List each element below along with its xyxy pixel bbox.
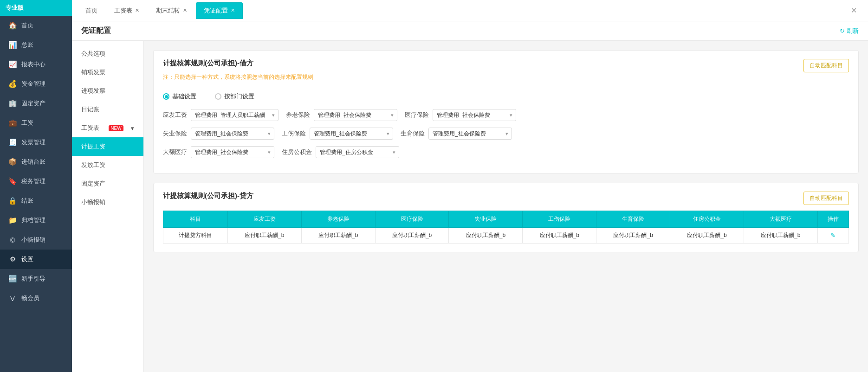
edit-icon[interactable]: ✎	[830, 232, 836, 239]
th-住房公积金: 住房公积金	[670, 211, 744, 228]
tab-voucher-config[interactable]: 凭证配置✕	[196, 2, 243, 19]
select-medical[interactable]: 管理费用_社会保险费	[433, 109, 516, 121]
tab-payroll[interactable]: 工资表✕	[106, 2, 147, 19]
new-badge: NEW	[109, 125, 123, 131]
sidebar-label-ledger: 总账	[21, 41, 33, 49]
th-生育保险: 生育保险	[596, 211, 670, 228]
section-debit: 计提核算规则(公司承担)-借方 注：只能选择一种方式，系统将按照您当前的选择来配…	[153, 50, 859, 173]
sidebar-item-invoice[interactable]: 🧾发票管理	[0, 133, 72, 152]
left-nav-item-xiaochang[interactable]: 小畅报销	[72, 193, 143, 212]
tab-home[interactable]: 首页	[78, 2, 105, 19]
sidebar-item-tax[interactable]: 🔖税务管理	[0, 172, 72, 191]
select-housing[interactable]: 管理费用_住房公积金	[316, 146, 399, 158]
radio-basic-label: 基础设置	[172, 92, 196, 101]
sidebar-item-salary[interactable]: 💼工资	[0, 113, 72, 133]
sidebar-item-vip[interactable]: V畅会员	[0, 289, 72, 308]
sidebar-item-home[interactable]: 🏠首页	[0, 16, 72, 35]
sidebar-item-xiao-report[interactable]: ©小畅报销	[0, 230, 72, 250]
cell-value-3: 应付职工薪酬_b	[449, 228, 523, 244]
select-injury[interactable]: 管理费用_社会保险费	[310, 128, 393, 140]
sidebar-item-inventory[interactable]: 📦进销台账	[0, 152, 72, 172]
sidebar-item-funds[interactable]: 💰资金管理	[0, 74, 72, 94]
section-credit-header: 计提核算规则(公司承担)-贷方 自动匹配科目	[163, 192, 849, 206]
section-debit-title: 计提核算规则(公司承担)-借方	[163, 59, 803, 68]
sidebar-icon-tax: 🔖	[8, 177, 17, 186]
tab-close-payroll[interactable]: ✕	[135, 7, 139, 13]
left-nav-label-journal: 日记账	[81, 105, 99, 114]
select-wrapper-medical: 管理费用_社会保险费	[433, 109, 516, 121]
cell-value-7: 应付职工薪酬_b	[744, 228, 817, 244]
form-row-2: 失业保险 管理费用_社会保险费 工伤保险 管理费用_社会保险费	[163, 128, 849, 140]
left-nav-item-payroll-table[interactable]: 工资表NEW▾	[72, 119, 143, 137]
left-nav-item-sales-invoice[interactable]: 销项发票	[72, 63, 143, 82]
select-maternity[interactable]: 管理费用_社会保险费	[428, 128, 512, 140]
radio-basic[interactable]: 基础设置	[163, 92, 196, 101]
field-pension: 养老保险 管理费用_社会保险费	[286, 109, 397, 121]
cell-action[interactable]: ✎	[817, 228, 849, 244]
left-nav-item-journal[interactable]: 日记账	[72, 100, 143, 119]
left-nav-label-purchase-invoice: 进项发票	[81, 87, 105, 95]
refresh-icon: ↻	[840, 27, 845, 34]
cell-value-4: 应付职工薪酬_b	[523, 228, 596, 244]
left-nav-item-issue-salary[interactable]: 发放工资	[72, 156, 143, 174]
refresh-button[interactable]: ↻ 刷新	[840, 27, 859, 35]
left-nav-item-purchase-invoice[interactable]: 进项发票	[72, 82, 143, 100]
app-title: 专业版	[0, 0, 72, 16]
sidebar-item-assets[interactable]: 🏢固定资产	[0, 94, 72, 113]
sidebar-item-archive[interactable]: 📁归档管理	[0, 211, 72, 230]
sidebar-icon-xiao-report: ©	[8, 236, 17, 244]
left-nav-item-public[interactable]: 公共选项	[72, 45, 143, 63]
auto-match-credit-button[interactable]: 自动匹配科目	[803, 192, 849, 205]
select-pension[interactable]: 管理费用_社会保险费	[314, 109, 397, 121]
sidebar-item-guide[interactable]: 🆕新手引导	[0, 269, 72, 289]
radio-dept-label: 按部门设置	[224, 92, 254, 101]
radio-basic-circle	[163, 93, 169, 100]
sidebar-icon-salary: 💼	[8, 119, 17, 127]
th-应发工资: 应发工资	[227, 211, 301, 228]
tab-label-voucher-config: 凭证配置	[204, 6, 228, 15]
tab-label-home: 首页	[85, 6, 97, 15]
select-unemployment[interactable]: 管理费用_社会保险费	[191, 128, 274, 140]
section-credit-title: 计提核算规则(公司承担)-贷方	[163, 192, 803, 200]
th-养老保险: 养老保险	[301, 211, 375, 228]
select-wrapper-injury: 管理费用_社会保险费	[310, 128, 393, 140]
credit-table: 科目应发工资养老保险医疗保险失业保险工伤保险生育保险住房公积金大额医疗操作 计提…	[163, 211, 849, 244]
tab-label-payroll: 工资表	[114, 6, 132, 15]
label-maternity: 生育保险	[401, 129, 425, 138]
select-big-medical[interactable]: 管理费用_社会保险费	[191, 146, 274, 158]
th-工伤保险: 工伤保险	[523, 211, 596, 228]
left-nav-label-sales-invoice: 销项发票	[81, 68, 105, 77]
th-科目: 科目	[163, 211, 228, 228]
sidebar-item-report[interactable]: 📈报表中心	[0, 55, 72, 74]
tab-period-close[interactable]: 期末结转✕	[148, 2, 195, 19]
tab-close-period-close[interactable]: ✕	[183, 7, 187, 13]
select-salary[interactable]: 管理费用_管理人员职工薪酬	[191, 109, 279, 121]
close-window-button[interactable]: ✕	[845, 4, 862, 17]
sidebar-label-report: 报表中心	[21, 60, 45, 69]
sidebar-icon-inventory: 📦	[8, 158, 17, 166]
sidebar-item-ledger[interactable]: 📊总账	[0, 35, 72, 55]
left-nav-item-fixed-assets[interactable]: 固定资产	[72, 174, 143, 193]
field-injury: 工伤保险 管理费用_社会保险费	[282, 128, 393, 140]
left-nav: 公共选项销项发票进项发票日记账工资表NEW▾计提工资发放工资固定资产小畅报销	[72, 41, 144, 372]
chevron-down-icon: ▾	[131, 125, 134, 132]
label-salary: 应发工资	[163, 111, 187, 119]
tab-close-voucher-config[interactable]: ✕	[231, 7, 235, 13]
main-area: 首页工资表✕期末结转✕凭证配置✕ ✕ 凭证配置 ↻ 刷新 公共选项销项发票进项发…	[72, 0, 868, 372]
left-nav-item-calc-salary[interactable]: 计提工资	[72, 137, 143, 156]
sidebar-label-invoice: 发票管理	[21, 138, 45, 147]
sidebar-item-settings[interactable]: ⚙设置	[0, 250, 72, 269]
radio-dept[interactable]: 按部门设置	[215, 92, 254, 101]
cell-value-6: 应付职工薪酬_b	[670, 228, 744, 244]
th-操作: 操作	[817, 211, 849, 228]
sidebar-item-closing[interactable]: 🔒结账	[0, 191, 72, 211]
auto-match-debit-button[interactable]: 自动匹配科目	[803, 59, 849, 72]
sidebar-icon-assets: 🏢	[8, 99, 17, 108]
sidebar-icon-report: 📈	[8, 60, 17, 69]
left-nav-label-fixed-assets: 固定资产	[81, 180, 105, 188]
sidebar-label-tax: 税务管理	[21, 177, 45, 186]
select-wrapper-housing: 管理费用_住房公积金	[316, 146, 399, 158]
th-失业保险: 失业保险	[449, 211, 523, 228]
sidebar-label-home: 首页	[21, 21, 33, 30]
label-unemployment: 失业保险	[163, 129, 187, 138]
